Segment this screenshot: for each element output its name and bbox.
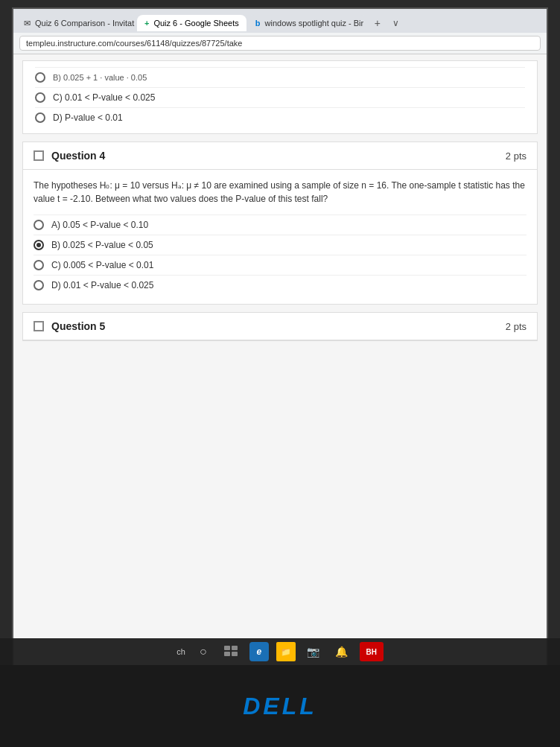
badge-icon: BH xyxy=(366,648,377,656)
browser-window: ✉ Quiz 6 Comparison - Invitat + Quiz 6 -… xyxy=(12,7,548,747)
question-4-text: The hypotheses H₀: μ = 10 versus Hₐ: μ ≠… xyxy=(34,179,526,206)
more-tabs-button[interactable]: ∨ xyxy=(388,14,404,32)
taskbar-badge-button[interactable]: BH xyxy=(360,642,384,661)
tab-sheets-label: Quiz 6 - Google Sheets xyxy=(153,19,238,28)
url-input[interactable]: templeu.instructure.com/courses/61148/qu… xyxy=(19,36,541,51)
prev-radio-c[interactable] xyxy=(35,92,45,103)
q4-option-b-label: B) 0.025 < P-value < 0.05 xyxy=(51,240,153,250)
monitor: ✉ Quiz 6 Comparison - Invitat + Quiz 6 -… xyxy=(0,0,560,747)
edge-icon: e xyxy=(256,646,261,657)
taskbar-taskview-button[interactable] xyxy=(221,641,242,662)
taskbar-files-button[interactable]: 📁 xyxy=(276,642,296,661)
tab-bing-label: windows spotlight quiz - Bir xyxy=(265,19,364,28)
question-4-points: 2 pts xyxy=(506,150,526,162)
prev-option-b-label: B) 0.025 + 1 · value · 0.05 xyxy=(53,73,147,82)
taskbar-search-button[interactable]: ○ xyxy=(193,641,214,662)
prev-option-c[interactable]: C) 0.01 < P-value < 0.025 xyxy=(35,87,525,107)
question-5-left: Question 5 xyxy=(34,320,105,332)
q4-option-d[interactable]: D) 0.01 < P-value < 0.025 xyxy=(34,275,526,295)
gmail-icon: ✉ xyxy=(24,19,31,28)
q4-radio-a[interactable] xyxy=(34,220,44,230)
prev-option-b[interactable]: B) 0.025 + 1 · value · 0.05 xyxy=(35,68,525,87)
taskbar-camera-button[interactable]: 📷 xyxy=(303,641,324,662)
question-4-title: Question 4 xyxy=(51,150,105,162)
question-4-body: The hypotheses H₀: μ = 10 versus Hₐ: μ ≠… xyxy=(23,170,537,304)
taskbar-edge-button[interactable]: e xyxy=(249,642,269,661)
q4-option-c[interactable]: C) 0.005 < P-value < 0.01 xyxy=(34,255,526,275)
q4-option-a-label: A) 0.05 < P-value < 0.10 xyxy=(51,220,148,230)
notification-icon: 🔔 xyxy=(335,646,348,658)
tab-sheets[interactable]: + Quiz 6 - Google Sheets xyxy=(137,15,246,31)
question-4-checkbox[interactable] xyxy=(34,150,44,161)
dell-logo: DELL xyxy=(243,693,317,720)
prev-option-d[interactable]: D) P-value < 0.01 xyxy=(35,107,525,127)
question-4-options: A) 0.05 < P-value < 0.10 B) 0.025 < P-va… xyxy=(34,214,526,295)
prev-option-d-label: D) P-value < 0.01 xyxy=(53,112,123,123)
taskbar: ch ○ e 📁 📷 🔔 xyxy=(0,638,560,665)
prev-options-list: B) 0.025 + 1 · value · 0.05 C) 0.01 < P-… xyxy=(35,67,525,127)
question-4-header: Question 4 2 pts xyxy=(23,142,537,170)
q4-radio-b[interactable] xyxy=(34,240,44,250)
camera-icon: 📷 xyxy=(307,646,319,658)
bing-icon: b xyxy=(255,19,261,28)
search-icon: ○ xyxy=(200,645,207,658)
sheets-icon: + xyxy=(144,19,149,28)
q4-option-d-label: D) 0.01 < P-value < 0.025 xyxy=(51,280,153,290)
browser-chrome: ✉ Quiz 6 Comparison - Invitat + Quiz 6 -… xyxy=(13,9,547,54)
prev-option-c-label: C) 0.01 < P-value < 0.025 xyxy=(53,92,155,103)
question-4-left: Question 4 xyxy=(34,150,105,162)
tab-bing[interactable]: b windows spotlight quiz - Bir xyxy=(248,15,367,31)
taskbar-notification-button[interactable]: 🔔 xyxy=(331,641,352,662)
q4-radio-b-inner xyxy=(36,243,41,247)
dell-bar: DELL xyxy=(0,665,560,747)
question-4-block: Question 4 2 pts The hypotheses H₀: μ = … xyxy=(22,142,538,305)
q4-option-b[interactable]: B) 0.025 < P-value < 0.05 xyxy=(34,235,526,255)
q4-option-a[interactable]: A) 0.05 < P-value < 0.10 xyxy=(34,215,526,235)
new-tab-button[interactable]: + xyxy=(369,13,386,33)
address-bar: templeu.instructure.com/courses/61148/qu… xyxy=(13,33,547,54)
files-icon: 📁 xyxy=(281,647,291,657)
q4-radio-d[interactable] xyxy=(34,280,44,290)
tab-gmail-label: Quiz 6 Comparison - Invitat xyxy=(35,19,134,28)
q4-option-c-label: C) 0.005 < P-value < 0.01 xyxy=(51,260,153,270)
quiz-container: B) 0.025 + 1 · value · 0.05 C) 0.01 < P-… xyxy=(13,54,547,347)
taskview-icon xyxy=(224,646,239,658)
prev-radio-d[interactable] xyxy=(35,112,45,123)
tab-gmail[interactable]: ✉ Quiz 6 Comparison - Invitat xyxy=(16,15,136,32)
prev-radio-b[interactable] xyxy=(35,72,45,83)
tabs-bar: ✉ Quiz 6 Comparison - Invitat + Quiz 6 -… xyxy=(13,9,547,33)
question-5-title: Question 5 xyxy=(51,320,105,332)
question-5-block: Question 5 2 pts xyxy=(22,312,538,341)
q4-radio-c[interactable] xyxy=(34,260,44,270)
question-5-points: 2 pts xyxy=(506,321,526,332)
question-5-header: Question 5 2 pts xyxy=(23,313,537,340)
prev-question-partial: B) 0.025 + 1 · value · 0.05 C) 0.01 < P-… xyxy=(22,60,538,134)
question-5-checkbox[interactable] xyxy=(34,321,44,331)
search-label: ch xyxy=(176,647,185,656)
